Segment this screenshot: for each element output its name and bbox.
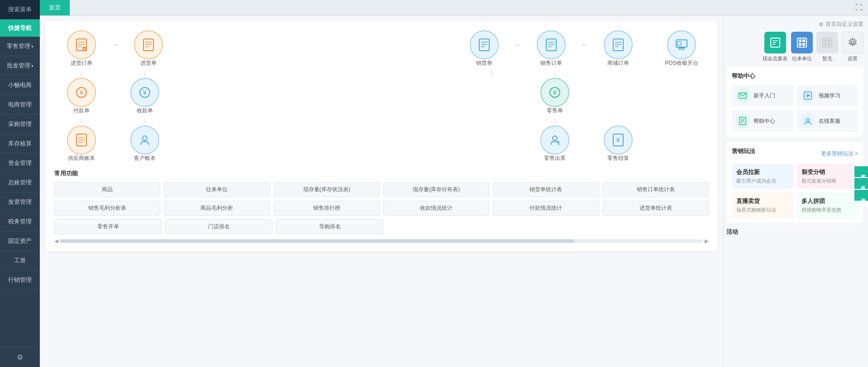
flow-card: 进货订单 → 进货单 xyxy=(45,21,718,251)
help-item-service[interactable]: 在线客服 xyxy=(797,110,858,132)
node-purchase-order[interactable]: 进货订单 xyxy=(54,30,109,67)
node-payment-out[interactable]: ¥ 付款单 xyxy=(54,78,109,115)
func-btn-store-rank[interactable]: 门店排名 xyxy=(165,219,272,234)
node-supplier-book[interactable]: 供应商账本 xyxy=(54,126,109,162)
func-btn-goods[interactable]: 商品 xyxy=(54,182,160,197)
svg-rect-47 xyxy=(802,39,805,42)
tab-bar: 首页 ⛶ xyxy=(40,0,868,16)
sidebar-item-wholesale[interactable]: 批发管理 ▾ xyxy=(0,56,40,76)
arrow-3-4-rev: ← xyxy=(511,30,524,50)
side-float-buttons: 客服热线 服务社区 桌面快捷 xyxy=(854,166,868,201)
marketing-grid: 会员拉新 吸引用户成为会员 裂变分销 裂式发展分销商 直播卖货 场景式购物新玩法… xyxy=(732,164,858,218)
scroll-track[interactable] xyxy=(60,239,703,243)
sidebar-item-finance[interactable]: 资金管理 xyxy=(0,154,40,173)
sidebar-item-ecommerce-small[interactable]: 小畅电商 xyxy=(0,76,40,95)
svg-rect-50 xyxy=(823,38,832,47)
side-btn-service[interactable]: 客服热线 xyxy=(854,166,868,177)
node-retail-order[interactable]: ¥ 零售单 xyxy=(528,78,582,115)
arrow-5-6 xyxy=(645,30,654,40)
cashflow-icon xyxy=(764,32,786,53)
func-btn-retail-order[interactable]: 零售开单 xyxy=(54,219,162,234)
help-item-help[interactable]: 帮助中心 xyxy=(732,110,793,132)
arrow-1-2: → xyxy=(109,30,121,50)
mail-icon xyxy=(735,88,750,103)
svg-text:¥: ¥ xyxy=(79,89,83,96)
mkt-item-fission[interactable]: 裂变分销 裂式发展分销商 xyxy=(797,164,858,189)
func-btn-purchase-stat[interactable]: 进货单统计表 xyxy=(603,201,709,216)
node-sales-slip[interactable]: 销货单 xyxy=(457,30,511,67)
sidebar-item-ecommerce[interactable]: 电商管理 xyxy=(0,95,40,115)
tab-home[interactable]: 首页 xyxy=(40,0,70,15)
node-sales-order[interactable]: 销售订单 xyxy=(524,30,578,67)
qa-contacts[interactable]: 往来单位 xyxy=(791,32,813,62)
main-area: 首页 ⛶ 进货订单 → xyxy=(40,0,868,367)
func-btn-stock-dist[interactable]: 现存量(库存分布表) xyxy=(383,182,489,197)
sidebar-item-marketing[interactable]: 行销管理 xyxy=(0,270,40,290)
sidebar-item-purchase[interactable]: 采购管理 xyxy=(0,115,40,134)
func-btn-sales-rank[interactable]: 销售排行榜 xyxy=(274,201,380,216)
func-btn-sales-profit[interactable]: 销售毛利分析表 xyxy=(54,201,160,216)
node-retail-settle[interactable]: ¥ 零售结算 xyxy=(591,126,645,162)
svg-rect-52 xyxy=(828,39,830,42)
node-customer-book[interactable]: 客户账本 xyxy=(118,126,172,162)
sidebar-item-fixed-assets[interactable]: 固定资产 xyxy=(0,232,40,251)
sidebar-item-ledger[interactable]: 总账管理 xyxy=(0,173,40,193)
qa-none[interactable]: 暂无 xyxy=(816,32,838,62)
settings-icon xyxy=(842,32,863,53)
scroll-left-icon[interactable]: ◀ xyxy=(54,238,58,244)
expand-icon[interactable]: ⛶ xyxy=(850,0,868,15)
more-marketing-link[interactable]: 更多营销玩法 > xyxy=(821,150,858,158)
func-btn-receipt-stat[interactable]: 收款情况统计 xyxy=(383,201,489,216)
svg-point-55 xyxy=(851,41,854,44)
sidebar: 搜索菜单 快捷导航 零售管理 ▾ 批发管理 ▾ 小畅电商 电商管理 采购管理 库… xyxy=(0,0,40,367)
func-btn-stock-status[interactable]: 现存量(库存状况表) xyxy=(274,182,380,197)
side-btn-community[interactable]: 服务社区 xyxy=(854,178,868,189)
none-icon xyxy=(816,32,838,53)
flow-diagram: 进货订单 → 进货单 xyxy=(54,30,709,162)
mkt-item-group[interactable]: 多人拼团 拼团购物享受优惠 xyxy=(797,193,858,218)
arrow-4-5-rev: ← xyxy=(578,30,591,50)
func-btn-payment-stat[interactable]: 付款情况统计 xyxy=(493,201,599,216)
sidebar-item-tax[interactable]: 税务管理 xyxy=(0,212,40,232)
help-item-beginner[interactable]: 新手入门 xyxy=(732,85,793,106)
func-btn-sales-order-stat[interactable]: 销售订单统计表 xyxy=(603,182,709,197)
node-retail-out[interactable]: 零售出库 xyxy=(528,126,582,162)
svg-rect-5 xyxy=(143,39,153,51)
side-btn-desktop[interactable]: 桌面快捷 xyxy=(854,190,868,201)
scroll-right-icon[interactable]: ▶ xyxy=(705,238,709,244)
sidebar-search[interactable]: 搜索菜单 xyxy=(0,0,40,19)
node-mall-order[interactable]: 商城订单 xyxy=(591,30,645,67)
node-payment-in[interactable]: ¥ 收款单 xyxy=(118,78,172,115)
sidebar-item-salary[interactable]: 工资 xyxy=(0,251,40,270)
help-item-video[interactable]: 视频学习 xyxy=(797,85,858,106)
svg-rect-51 xyxy=(824,39,827,42)
chevron-down-icon: ▾ xyxy=(31,44,33,49)
sidebar-item-inventory[interactable]: 库存核算 xyxy=(0,134,40,154)
marketing-header: 营销玩法 更多营销玩法 > xyxy=(732,147,858,160)
marketing-title: 营销玩法 xyxy=(732,147,755,155)
func-btn-goods-profit[interactable]: 商品毛利分析 xyxy=(164,201,270,216)
sidebar-item-invoice[interactable]: 发票管理 xyxy=(0,193,40,212)
common-functions-title: 常用功能 xyxy=(54,169,709,178)
flow-row-2: ¥ 付款单 ¥ 收款单 xyxy=(54,78,709,115)
sidebar-settings-button[interactable]: ⚙ xyxy=(0,347,40,367)
node-pos[interactable]: POS收银开台 xyxy=(654,30,709,67)
svg-rect-13 xyxy=(546,39,556,51)
mkt-item-live[interactable]: 直播卖货 场景式购物新玩法 xyxy=(732,193,793,218)
help-grid: 新手入门 视频学习 帮助中心 xyxy=(732,85,858,132)
sidebar-nav-label: 快捷导航 xyxy=(0,19,40,37)
right-panel: ⚙ 首页自定义设置 现金流量表 往来单位 xyxy=(723,16,868,367)
svg-point-35 xyxy=(143,136,147,140)
func-btn-sales-stat[interactable]: 销货单统计表 xyxy=(493,182,599,197)
qa-cashflow[interactable]: 现金流量表 xyxy=(763,32,787,62)
doc-icon xyxy=(735,114,750,128)
qa-settings[interactable]: 设置 xyxy=(842,32,863,62)
homepage-settings-link[interactable]: ⚙ 首页自定义设置 xyxy=(726,20,863,28)
node-purchase-slip[interactable]: 进货单 xyxy=(121,30,176,67)
sidebar-item-retail[interactable]: 零售管理 ▾ xyxy=(0,37,40,56)
func-btn-guide-rank[interactable]: 导购排名 xyxy=(276,219,383,234)
person-icon xyxy=(801,114,815,128)
mkt-item-member[interactable]: 会员拉新 吸引用户成为会员 xyxy=(732,164,793,189)
svg-rect-46 xyxy=(799,39,801,42)
func-btn-contacts[interactable]: 往来单位 xyxy=(164,182,270,197)
